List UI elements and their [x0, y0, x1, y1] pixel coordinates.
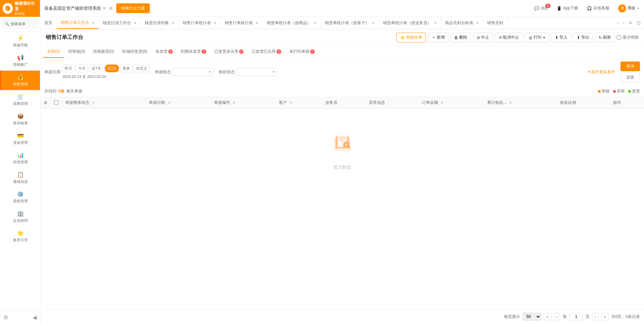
online-service-button[interactable]: 🎧 在线客服: [587, 5, 609, 11]
customer-sort-icon[interactable]: ⇅: [290, 101, 292, 105]
filter-tab-not-printed[interactable]: 未打印单据0: [285, 46, 319, 58]
tab-prev-button[interactable]: ‹: [616, 19, 620, 26]
export-button[interactable]: ⬆ 导出: [573, 33, 593, 42]
sidebar-item-enterprise[interactable]: 🏢 企业协同: [0, 207, 40, 227]
print-button[interactable]: 🖨 打印 ▼: [525, 33, 549, 42]
smart-gen-button[interactable]: ⭐ 智能生单: [396, 33, 426, 42]
collapse-sidebar-button[interactable]: ◀: [33, 314, 37, 321]
date-btn-1month[interactable]: 近1月: [105, 65, 119, 72]
close-sales-stats-tab[interactable]: ✕: [214, 21, 216, 25]
last-page-button[interactable]: »: [601, 313, 609, 320]
sales-by-product-tab-label: 销货单统计表（按商品）: [267, 20, 311, 26]
undo-review-action-button[interactable]: 弃审: [613, 88, 625, 94]
query-button[interactable]: 查询: [620, 62, 640, 71]
amount-sort-icon[interactable]: ⇅: [441, 101, 443, 105]
search-menu-button[interactable]: 🔍 搜索菜单: [3, 19, 37, 29]
payment-select[interactable]: [237, 68, 277, 76]
sidebar-item-operations[interactable]: 📊 经营管理: [0, 149, 40, 168]
status-sort-icon[interactable]: ⇅: [92, 101, 94, 105]
close-cash-reconcile-tab[interactable]: ✕: [172, 21, 174, 25]
per-page-select[interactable]: 50 100 200: [523, 313, 541, 321]
show-detail-label[interactable]: 显示明细: [617, 35, 639, 40]
page-number-input[interactable]: 1: [569, 313, 583, 320]
collected-sort-icon[interactable]: ⇅: [509, 101, 512, 105]
expand-more-button[interactable]: ▾ 展开更多条件: [588, 69, 615, 75]
tab-next-button[interactable]: ›: [621, 19, 626, 26]
import-button[interactable]: ⬇ 导入: [551, 33, 571, 42]
status-select[interactable]: [173, 68, 213, 76]
logo-icon: 6: [3, 3, 13, 14]
close-gross-margin-tab[interactable]: ✕: [476, 21, 479, 25]
tab-sales-profit[interactable]: 销售毛利: [483, 17, 508, 29]
ship-action-button[interactable]: 发货: [628, 88, 640, 94]
tab-home[interactable]: 首页: [40, 17, 57, 29]
close-sales-by-customer-tab[interactable]: ✕: [372, 21, 375, 25]
user-profile-button[interactable]: 用 用友 ▼: [618, 4, 640, 12]
system-title-dropdown[interactable]: 装备及固定资产辅助管理系统 ▼: [44, 5, 106, 11]
cancel-stop-button[interactable]: ↺ 取消中止: [495, 33, 523, 42]
sidebar-item-sales[interactable]: 💰 销售管理: [0, 71, 40, 90]
sidebar-item-quick-nav[interactable]: ⚡ 快捷导航: [0, 32, 40, 51]
tab-sales-stats[interactable]: 销售订单统计表 ✕: [179, 17, 221, 29]
sidebar-item-basic-info[interactable]: 📋 基础信息: [0, 168, 40, 188]
filter-tab-pending-inspect[interactable]: 待拣验货(0): [89, 46, 118, 58]
filter-tab-not-shipped[interactable]: 未发货0: [152, 46, 177, 58]
date-btn-today[interactable]: 今天: [76, 65, 88, 72]
sidebar-item-guide[interactable]: 🌟 新手引导: [0, 227, 40, 246]
prev-page-button[interactable]: ‹: [554, 313, 560, 320]
tab-gross-margin[interactable]: 商品毛利分析表 ✕: [441, 17, 483, 29]
message-badge: 6: [545, 4, 551, 8]
sidebar-item-system[interactable]: ⚙️ 系统管理: [0, 188, 40, 207]
tab-close-all-button[interactable]: ✕: [627, 19, 634, 26]
close-cash-daily-tab[interactable]: ✕: [134, 21, 136, 25]
search-setting-button[interactable]: 设置: [620, 73, 640, 82]
stop-button[interactable]: ⊘ 中止: [473, 33, 493, 42]
review-action-button[interactable]: 审核: [598, 88, 610, 94]
tab-sales-workbench[interactable]: 销售订单工作台 ✕: [57, 17, 99, 29]
tab-cash-reconcile[interactable]: 钱货日清对账 ✕: [141, 17, 179, 29]
show-detail-checkbox[interactable]: [617, 35, 621, 40]
date-btn-yesterday[interactable]: 昨天: [62, 65, 75, 72]
close-sales-by-product-tab[interactable]: ✕: [314, 21, 316, 25]
refresh-button[interactable]: ↻ 刷新: [595, 33, 615, 42]
tab-maximize-button[interactable]: ⊡: [635, 19, 642, 26]
industry-solution-button[interactable]: 体验行业方案: [116, 3, 150, 13]
gross-margin-tab-label: 商品毛利分析表: [445, 20, 473, 26]
settings-col-icon[interactable]: ⚙: [44, 100, 47, 105]
delete-button[interactable]: 🗑 删除: [450, 33, 471, 42]
filter-tab-shipped-out[interactable]: 已发货已出库0: [248, 46, 285, 58]
filter-tab-wangpu[interactable]: 旺铺待发货(0): [118, 46, 152, 58]
next-page-button[interactable]: ›: [592, 313, 599, 320]
sidebar-item-finance[interactable]: 💳 资金管理: [0, 129, 40, 149]
settings-bottom-button[interactable]: ⚙: [3, 314, 8, 321]
filter-tab-overdue-not-shipped[interactable]: 到期未发货0: [177, 46, 210, 58]
add-button[interactable]: ＋ 新增: [428, 33, 448, 42]
sidebar-item-purchase[interactable]: 🛒 采购管理: [0, 90, 40, 110]
close-sales-workbench-tab[interactable]: ✕: [92, 21, 94, 25]
tab-sales-by-product[interactable]: 销货单统计表（按商品） ✕: [263, 17, 321, 29]
select-all-checkbox[interactable]: [54, 100, 58, 105]
tab-sales-by-staff[interactable]: 销货单统计表（按业务员） ✕: [379, 17, 441, 29]
close-sales-exec-tab[interactable]: ✕: [256, 21, 258, 25]
number-sort-icon[interactable]: ⇅: [232, 101, 235, 105]
tab-sales-by-customer[interactable]: 销货单统计表（按客户） ✕: [321, 17, 379, 29]
sidebar-item-inventory[interactable]: 📦 库存核算: [0, 110, 40, 129]
close-sales-by-staff-tab[interactable]: ✕: [434, 21, 437, 25]
filter-tab-all[interactable]: 全部(0): [43, 46, 64, 58]
date-btn-more[interactable]: 更多: [120, 65, 132, 72]
th-actions: 操作: [610, 97, 644, 109]
first-page-button[interactable]: «: [544, 313, 551, 320]
message-button[interactable]: 💬 消息 6: [534, 6, 548, 11]
system-label: 系统管理: [13, 199, 28, 204]
filter-tab-pending-review[interactable]: 待审核(0): [64, 46, 89, 58]
date-sort-icon[interactable]: ⇅: [168, 101, 170, 105]
tab-cash-daily[interactable]: 钱货日清工作台 ✕: [99, 17, 141, 29]
filter-tab-shipped-not-out[interactable]: 已发货未出库0: [210, 46, 248, 58]
basic-info-icon: 📋: [17, 171, 24, 178]
app-download-button[interactable]: 📱 App下载: [557, 5, 578, 11]
date-btn-7days[interactable]: 近7天: [89, 65, 103, 72]
sidebar-item-marketing[interactable]: 📢 营销推广: [0, 51, 40, 71]
tab-sales-exec[interactable]: 销售订单执行表 ✕: [221, 17, 263, 29]
settings-icon[interactable]: ⚙: [109, 6, 113, 11]
date-btn-custom[interactable]: 自定义: [134, 65, 149, 72]
